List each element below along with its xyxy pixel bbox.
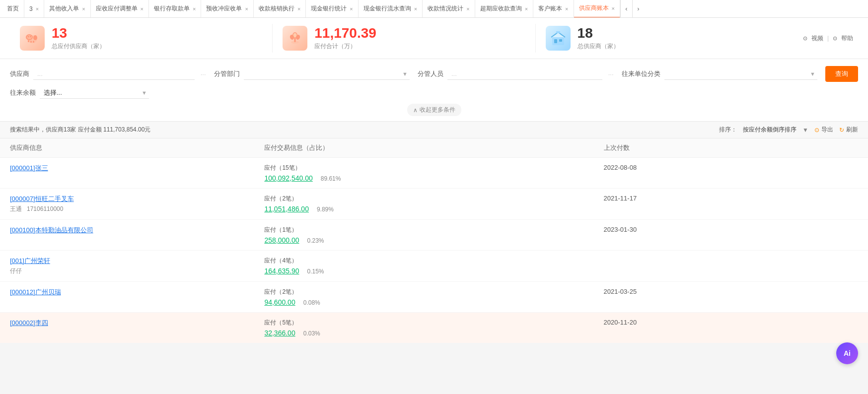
nav-tab-collection-stats-label: 收款情况统计 xyxy=(428,4,463,13)
close-icon[interactable]: × xyxy=(193,6,196,12)
nav-tab-collection-stats[interactable]: 收款情况统计 × xyxy=(423,0,475,18)
nav-tab-collection[interactable]: 收款核销执行 × xyxy=(254,0,306,18)
close-icon[interactable]: × xyxy=(612,5,615,11)
sort-value[interactable]: 按应付余额倒序排序 xyxy=(743,126,796,134)
nav-tab-supplier-ledger[interactable]: 供应商账本 × xyxy=(574,0,620,18)
nav-tab-bank-deposit[interactable]: 银行存取款单 × xyxy=(149,0,201,18)
category-label: 往来单位分类 xyxy=(622,69,660,78)
last-pay-6: 2020-11-20 xyxy=(604,319,858,326)
close-icon[interactable]: × xyxy=(350,6,353,12)
result-text: 搜索结果中，供应商13家 应付金额 111,703,854.00元 xyxy=(10,126,150,134)
header-supplier: 供应商信息 xyxy=(10,143,264,152)
filter-row-1: 供应商 ··· 分管部门 ▼ 分管人员 ··· 往来单位分类 xyxy=(10,66,858,82)
table-row[interactable]: [000100]本特勤油品有限公司 应付（1笔） 258,000.00 0.23… xyxy=(0,220,868,251)
supplier-link-1[interactable]: [000001]张三 xyxy=(10,164,264,173)
tx-label-4: 应付（4笔） xyxy=(264,257,603,265)
header-last-pay: 上次付数 xyxy=(604,143,858,152)
person-label: 分管人员 xyxy=(418,69,443,78)
table-row[interactable]: [001]广州荣轩 仔仔 应付（4笔） 164,635.90 0.15% xyxy=(0,251,868,282)
supplier-dots-icon[interactable]: ··· xyxy=(201,70,206,78)
collapse-button[interactable]: ∧ 收起更多条件 xyxy=(407,104,461,116)
tx-row-1: 100,092,540.00 89.61% xyxy=(264,172,603,182)
nav-tab-3[interactable]: 3 × xyxy=(24,0,44,18)
search-button[interactable]: 查询 xyxy=(825,66,858,82)
tx-amount-4[interactable]: 164,635.90 xyxy=(264,267,299,275)
refresh-button[interactable]: ↻ 刷新 xyxy=(839,126,858,134)
nav-tab-customer-ledger[interactable]: 客户账本 × xyxy=(533,0,574,18)
close-icon[interactable]: × xyxy=(297,6,300,12)
table-row[interactable]: [000002]李四 应付（5笔） 32,366.00 0.03% 2020-1… xyxy=(0,313,868,343)
help-link[interactable]: 帮助 xyxy=(841,34,853,43)
supplier-input[interactable] xyxy=(33,68,195,80)
svg-rect-18 xyxy=(556,31,560,33)
nav-tab-overdue[interactable]: 超期应收款查询 × xyxy=(475,0,533,18)
last-pay-date-1: 2022-08-08 xyxy=(604,164,637,171)
close-icon[interactable]: × xyxy=(36,6,39,12)
table-row[interactable]: [000001]张三 应付（15笔） 100,092,540.00 89.61%… xyxy=(0,158,868,189)
supplier-info-1: [000001]张三 xyxy=(10,164,264,173)
nav-tab-bank-deposit-label: 银行存取款单 xyxy=(154,4,190,13)
nav-tab-home[interactable]: 首页 xyxy=(2,0,24,18)
supplier-link-6[interactable]: [000002]李四 xyxy=(10,319,264,328)
filter-category: 往来单位分类 ▼ xyxy=(622,68,818,80)
category-select[interactable] xyxy=(664,68,818,79)
nav-tab-cash-stats-label: 现金银行统计 xyxy=(311,4,347,13)
tx-amount-6[interactable]: 32,366.00 xyxy=(264,329,295,337)
nav-tab-adjustment-label: 应收应付调整单 xyxy=(96,4,138,13)
supplier-link-3[interactable]: [000100]本特勤油品有限公司 xyxy=(10,226,264,235)
tx-row-6: 32,366.00 0.03% xyxy=(264,327,603,337)
svg-point-4 xyxy=(30,36,31,37)
nav-tab-cash-flow[interactable]: 现金银行流水查询 × xyxy=(359,0,423,18)
video-link[interactable]: 视频 xyxy=(811,34,823,43)
tx-percent-3: 0.23% xyxy=(307,237,324,244)
refresh-icon: ↻ xyxy=(839,127,844,133)
last-pay-date-3: 2023-01-30 xyxy=(604,226,637,233)
supplier-contact-2: 王通 17106110000 xyxy=(10,205,264,213)
stat-total-suppliers: 18 总供应商（家） xyxy=(536,24,798,53)
supplier-link-5[interactable]: [000012]广州贝瑞 xyxy=(10,288,264,297)
refresh-label[interactable]: 刷新 xyxy=(846,126,858,134)
nav-arrow-right[interactable]: › xyxy=(632,0,644,18)
nav-tab-other-income[interactable]: 其他收入单 × xyxy=(44,0,90,18)
supplier-link-4[interactable]: [001]广州荣轩 xyxy=(10,257,264,265)
svg-rect-8 xyxy=(33,41,34,43)
export-label[interactable]: 导出 xyxy=(821,126,833,134)
last-pay-date-6: 2020-11-20 xyxy=(604,319,637,326)
balance-select[interactable]: 选择... xyxy=(40,87,149,98)
supplier-link-2[interactable]: [000007]恒旺二手叉车 xyxy=(10,195,264,203)
stats-bar: 13 总应付供应商（家） 11,170.39 应付合计（万） xyxy=(0,18,868,59)
table-row[interactable]: [000012]广州贝瑞 应付（2笔） 94,600.00 0.08% 2021… xyxy=(0,282,868,313)
contact-name-4: 仔仔 xyxy=(10,267,22,274)
dept-select[interactable] xyxy=(244,68,410,79)
circle-icon-2: ⊙ xyxy=(833,35,837,42)
nav-tab-cash-stats[interactable]: 现金银行统计 × xyxy=(306,0,358,18)
close-icon[interactable]: × xyxy=(414,6,417,12)
tx-amount-2[interactable]: 11,051,486.00 xyxy=(264,205,309,213)
close-icon[interactable]: × xyxy=(525,6,528,12)
person-input[interactable] xyxy=(447,68,602,80)
nav-tab-3-label: 3 xyxy=(29,5,33,12)
category-select-wrapper: ▼ xyxy=(664,68,818,80)
nav-arrow-left[interactable]: ‹ xyxy=(620,0,632,18)
close-icon[interactable]: × xyxy=(245,6,248,12)
chevron-down-icon-sort[interactable]: ▼ xyxy=(802,127,808,133)
tx-amount-3[interactable]: 258,000.00 xyxy=(264,236,299,244)
chevron-up-icon: ∧ xyxy=(413,107,418,114)
table-row[interactable]: [000007]恒旺二手叉车 王通 17106110000 应付（2笔） 11,… xyxy=(0,189,868,220)
tx-row-5: 94,600.00 0.08% xyxy=(264,296,603,306)
close-icon[interactable]: × xyxy=(82,6,85,12)
close-icon[interactable]: × xyxy=(466,6,469,12)
nav-tab-prepay[interactable]: 预收冲应收单 × xyxy=(201,0,253,18)
tx-amount-1[interactable]: 100,092,540.00 xyxy=(264,174,312,182)
nav-tab-adjustment[interactable]: 应收应付调整单 × xyxy=(91,0,149,18)
export-button[interactable]: ⊙ 导出 xyxy=(814,126,833,134)
circle-icon: ⊙ xyxy=(803,35,807,42)
result-bar: 搜索结果中，供应商13家 应付金额 111,703,854.00元 排序： 按应… xyxy=(0,122,868,138)
close-icon[interactable]: × xyxy=(565,6,568,12)
top-right-links: ⊙ 视频 | ⊙ 帮助 xyxy=(798,24,858,53)
nav-tab-collection-label: 收款核销执行 xyxy=(259,4,294,13)
person-dots-icon[interactable]: ··· xyxy=(608,70,614,78)
close-icon[interactable]: × xyxy=(141,6,144,12)
tx-percent-2: 9.89% xyxy=(317,206,334,213)
tx-amount-5[interactable]: 94,600.00 xyxy=(264,298,295,306)
